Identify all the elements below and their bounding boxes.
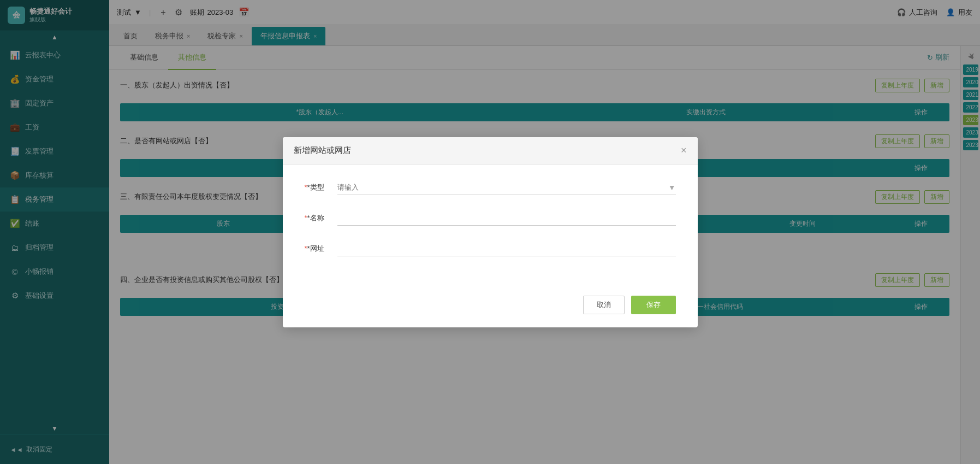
name-input[interactable] xyxy=(337,210,676,226)
form-row-url: **网址 xyxy=(305,241,676,256)
modal-footer: 取消 保存 xyxy=(283,287,698,327)
form-row-name: **名称 xyxy=(305,210,676,226)
form-label-url: **网址 xyxy=(305,244,337,254)
modal-overlay[interactable]: 新增网站或网店 × **类型 ▼ **名称 xyxy=(0,0,980,464)
modal-body: **类型 ▼ **名称 **网址 xyxy=(283,165,698,287)
url-input[interactable] xyxy=(337,241,676,256)
modal-title: 新增网站或网店 xyxy=(294,145,351,156)
form-control-url xyxy=(337,241,676,256)
form-control-name xyxy=(337,210,676,226)
form-control-type: ▼ xyxy=(337,180,676,195)
modal-add-website: 新增网站或网店 × **类型 ▼ **名称 xyxy=(283,137,698,327)
form-label-type: **类型 xyxy=(305,183,337,192)
cancel-btn[interactable]: 取消 xyxy=(583,296,625,314)
modal-close-btn[interactable]: × xyxy=(681,145,687,156)
type-input[interactable] xyxy=(337,180,676,195)
save-btn[interactable]: 保存 xyxy=(631,296,676,314)
form-label-name: **名称 xyxy=(305,213,337,223)
modal-header: 新增网站或网店 × xyxy=(283,137,698,165)
form-row-type: **类型 ▼ xyxy=(305,180,676,195)
